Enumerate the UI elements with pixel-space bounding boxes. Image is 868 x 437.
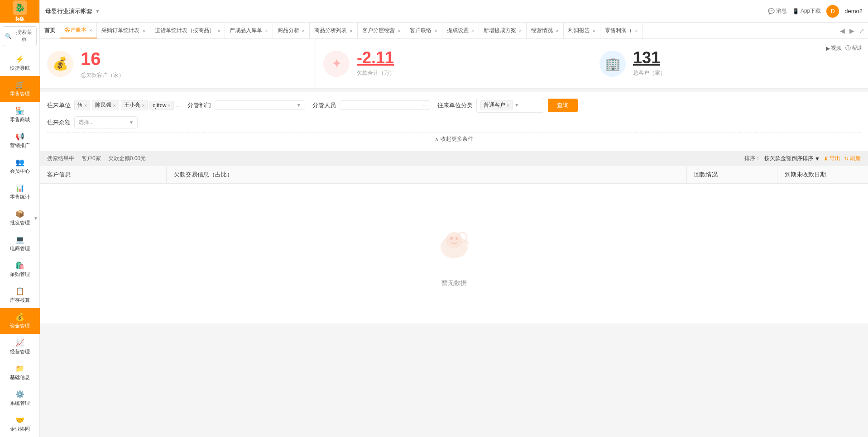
stat-total-customers: 🏢 131 总客户（家） ▶ 视频 ⓘ 帮助 — [592, 39, 868, 88]
video-help-area: ▶ 视频 ⓘ 帮助 — [826, 44, 863, 52]
tab-close-promotion[interactable]: × — [471, 28, 474, 33]
tab-customer-segment[interactable]: 客户分层经营 × — [358, 23, 405, 38]
sidebar-item-inventory[interactable]: 📋 库存核算 — [0, 282, 40, 308]
tab-product-analysis[interactable]: 商品分析 × — [273, 23, 310, 38]
purchase-icon: 🛍️ — [15, 261, 24, 270]
table-header: 客户信息 欠款交易信息（占比） 回款情况 到期未收款日期 — [40, 166, 868, 184]
tab-inventory-stats[interactable]: 进货单统计表（按商品） × — [150, 23, 225, 38]
tag-close-wu[interactable]: × — [84, 103, 87, 108]
sidebar-item-member[interactable]: 👥 会员中心 — [0, 153, 40, 179]
tag-close-category[interactable]: × — [507, 103, 509, 108]
video-link[interactable]: ▶ 视频 — [826, 44, 842, 52]
collapse-filters-button[interactable]: ∧ 收起更多条件 — [47, 132, 861, 146]
tab-product-analysis-list[interactable]: 商品分析列表 × — [310, 23, 357, 38]
col-customer-info: 客户信息 — [40, 166, 167, 183]
brand-dropdown-icon: ▼ — [95, 9, 100, 14]
tab-close-new-promotion[interactable]: × — [519, 28, 522, 33]
sidebar-item-marketing[interactable]: 📢 营销推广 — [0, 128, 40, 153]
sidebar-item-finance[interactable]: 💰 资金管理 — [0, 308, 40, 334]
user-avatar[interactable]: D — [826, 5, 839, 18]
tab-new-promotion-plan[interactable]: 新增提成方案 × — [479, 23, 527, 38]
tab-home[interactable]: 首页 — [40, 23, 60, 38]
tab-customer-contact[interactable]: 客户联络 × — [405, 23, 442, 38]
tab-customer-balance[interactable]: 客户账本 × — [60, 23, 97, 38]
filter-tag-chen: 陈民强 × — [92, 100, 119, 110]
sidebar-item-shortcut[interactable]: ⚡ 快捷导航 — [0, 50, 40, 76]
sidebar-item-system[interactable]: ⚙️ 系统管理 — [0, 385, 40, 411]
filter-area: 往来单位 伍 × 陈民强 × 王小亮 × cjttcw — [40, 92, 868, 151]
manager-chevron-icon: ⋯ — [422, 103, 426, 108]
logo-label: 标版 — [15, 16, 24, 22]
refresh-button[interactable]: ↻ 刷新 — [844, 155, 861, 162]
refresh-icon: ↻ — [844, 156, 849, 162]
brand-selector[interactable]: 母婴行业演示帐套 ▼ — [45, 7, 100, 15]
tab-biz-overview[interactable]: 经营情况 × — [527, 23, 563, 38]
tab-close-retail-profit[interactable]: × — [635, 28, 638, 33]
expand-icon: ▼ — [34, 215, 38, 220]
tab-close-profit[interactable]: × — [593, 28, 595, 33]
filter-tag-more[interactable]: ... — [176, 102, 180, 109]
sidebar-item-retail-stats[interactable]: 📊 零售统计 — [0, 179, 40, 205]
result-bar-right: 排序： 按欠款金额倒序排序 ▼ ⬇ 导出 ↻ 刷新 — [744, 155, 861, 162]
export-button[interactable]: ⬇ 导出 — [824, 155, 840, 162]
tab-expand[interactable]: ⤢ — [858, 26, 865, 35]
sidebar-item-retail-management[interactable]: 🛒 零售管理 — [0, 76, 40, 102]
overdue-customers-value: 16 — [81, 48, 101, 70]
tab-close-inventory[interactable]: × — [217, 28, 220, 33]
filter-dept-select[interactable]: ▼ — [215, 100, 305, 110]
tab-close-cost[interactable]: × — [265, 28, 268, 33]
help-link[interactable]: ⓘ 帮助 — [845, 44, 863, 52]
query-button[interactable]: 查询 — [548, 99, 578, 112]
tab-close-analysis[interactable]: × — [302, 28, 305, 33]
tag-close-wang[interactable]: × — [142, 103, 144, 108]
tab-scroll-right[interactable]: ▶ — [849, 26, 855, 35]
empty-state-text: 暂无数据 — [441, 279, 467, 287]
empty-state-illustration — [432, 220, 477, 274]
sidebar-item-enterprise-coop[interactable]: 🤝 企业协同 — [0, 411, 40, 437]
filter-category-tag: 普通客户 × — [480, 100, 513, 110]
export-icon: ⬇ — [824, 156, 828, 162]
total-customers-value: 131 — [633, 48, 660, 67]
sidebar-item-operations[interactable]: 📈 经营管理 — [0, 334, 40, 360]
app-download-button[interactable]: 📱 App下载 — [792, 7, 821, 15]
tag-close-chen[interactable]: × — [113, 103, 115, 108]
filter-manager-select[interactable]: ⋯ — [340, 100, 430, 110]
messages-button[interactable]: 💬 消息 — [768, 7, 787, 15]
sidebar-item-wholesale[interactable]: 📦 批发管理 ▼ — [0, 205, 40, 231]
sidebar-item-retail-mall[interactable]: 🏪 零售商城 — [0, 102, 40, 128]
play-icon: ▶ — [826, 45, 830, 52]
sidebar-search-area: 🔍 搜索菜单 — [0, 23, 39, 50]
sort-chevron-icon: ▼ — [815, 156, 820, 162]
finance-icon: 💰 — [15, 313, 24, 321]
topbar-left: 母婴行业演示帐套 ▼ — [45, 7, 764, 15]
filter-balance-select[interactable]: 选择... ▼ — [74, 116, 138, 128]
total-customers-label: 总客户（家） — [633, 69, 666, 77]
tab-profit-report[interactable]: 利润报告 × — [564, 23, 600, 38]
sidebar-item-ecommerce[interactable]: 💻 电商管理 — [0, 231, 40, 256]
category-chevron-icon: ▼ — [514, 103, 519, 108]
sort-select[interactable]: 按欠款金额倒序排序 ▼ — [764, 155, 820, 162]
tab-close-customer-balance[interactable]: × — [89, 28, 92, 33]
overdue-amount-value: -2.11 — [357, 48, 394, 67]
tab-scroll-left[interactable]: ◀ — [839, 26, 846, 35]
tab-retail-profit[interactable]: 零售利润（ × — [600, 23, 643, 38]
search-result-label: 搜索结果中 — [47, 155, 74, 162]
tab-purchase-order-stats[interactable]: 采购订单统计表 × — [97, 23, 150, 38]
col-overdue-info: 欠款交易信息（占比） — [167, 166, 687, 183]
tab-close-contact[interactable]: × — [434, 28, 437, 33]
overdue-amount-result: 欠款金额0.00元 — [108, 155, 146, 162]
sidebar-item-basic-info[interactable]: 📁 基础信息 — [0, 360, 40, 385]
sidebar-item-purchase[interactable]: 🛍️ 采购管理 — [0, 256, 40, 282]
tab-promotion-settings[interactable]: 提成设置 × — [442, 23, 479, 38]
tab-close-analysis-list[interactable]: × — [350, 28, 352, 33]
tab-close-biz[interactable]: × — [556, 28, 558, 33]
search-menu-button[interactable]: 🔍 搜索菜单 — [3, 26, 37, 46]
stats-icon: 📊 — [15, 184, 24, 192]
tab-close-segment[interactable]: × — [398, 28, 400, 33]
filter-category-select[interactable]: 普通客户 × ▼ — [476, 98, 544, 113]
tag-close-cjttcw[interactable]: × — [168, 103, 170, 108]
phone-icon: 📱 — [792, 8, 799, 14]
filter-balance-label: 往来余额 — [47, 119, 71, 127]
tab-cost-inbound[interactable]: 产成品入库单 × — [225, 23, 273, 38]
tab-close-purchase[interactable]: × — [142, 28, 145, 33]
